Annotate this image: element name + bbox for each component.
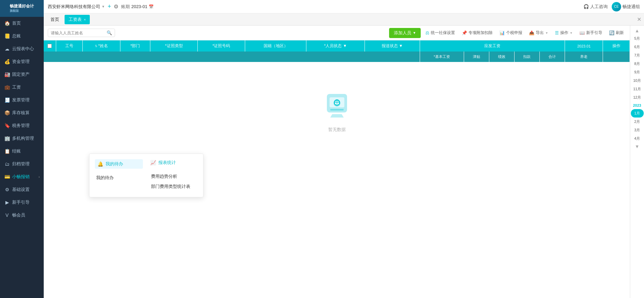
sub-header-spacer xyxy=(44,52,420,62)
export-button[interactable]: 📤 导出 ▼ xyxy=(527,29,550,37)
special-deduct-button[interactable]: 📌 专项附加扣除 xyxy=(460,29,495,37)
sidebar-item-payroll[interactable]: 💼 工资 xyxy=(0,81,44,94)
operations-button[interactable]: ☰ 操作 ▼ xyxy=(553,29,575,37)
popup-col1-title[interactable]: 🔔 我的待办 xyxy=(95,159,143,169)
svg-marker-5 xyxy=(330,114,344,118)
month-item-curr-2月[interactable]: 2月 xyxy=(631,118,644,126)
col-id-type: *证照类型 xyxy=(150,40,198,52)
popup-col2-title[interactable]: 📈 报表统计 xyxy=(150,159,198,167)
month-item-curr-1月[interactable]: 1月 xyxy=(631,109,644,118)
month-panel-up[interactable]: ▲ xyxy=(634,27,641,34)
export-label: 导出 xyxy=(536,30,544,36)
sidebar-home-label: 首页 xyxy=(12,20,21,26)
popup-menu: 🔔 我的待办 我的待办 📈 报表统计 费用趋势分析部门费用类型统计表 xyxy=(89,154,203,197)
sidebar-item-cloud-report[interactable]: ☁ 云报表中心 xyxy=(0,42,44,55)
month-item-10月[interactable]: 10月 xyxy=(631,76,644,85)
person-status-filter-icon[interactable]: ▼ xyxy=(343,43,347,48)
sidebar-archive-label: 归档管理 xyxy=(12,161,30,167)
period-value: 2023-01 xyxy=(131,4,147,9)
empty-state: 暂无数据 xyxy=(44,62,630,160)
col-checkbox[interactable] xyxy=(44,40,56,52)
period-calendar-icon[interactable]: 📅 xyxy=(149,4,154,9)
month-item-9月[interactable]: 9月 xyxy=(631,68,644,76)
month-item-8月[interactable]: 8月 xyxy=(631,60,644,68)
sidebar-item-basic-settings[interactable]: ⚙ 基础设置 xyxy=(0,183,44,196)
topbar: 西安虾米网络科技有限公司 ▼ + ⚙ 账期 2023-01 📅 🎧 人工咨询 C… xyxy=(44,0,644,13)
add-person-button[interactable]: 添加人员 ▼ xyxy=(389,28,421,38)
content-toolbar: 🔍 添加人员 ▼ ⚖ 统一社保设置 📌 专项附加扣除 📊 个税申报 xyxy=(44,26,630,40)
tab-wage[interactable]: 工资表 × xyxy=(65,15,90,24)
popup-item-pending[interactable]: 我的待办 xyxy=(95,173,143,183)
sidebar-item-inventory[interactable]: 📦 库存核算 xyxy=(0,106,44,119)
sidebar-item-home[interactable]: 🏠 首页 xyxy=(0,17,44,30)
add-person-label: 添加人员 xyxy=(394,30,411,36)
popup-col1-label: 我的待办 xyxy=(106,161,123,167)
month-item-6月[interactable]: 6月 xyxy=(631,43,644,51)
topbar-left: 西安虾米网络科技有限公司 ▼ + ⚙ 账期 2023-01 📅 xyxy=(48,3,154,10)
company-selector[interactable]: 西安虾米网络科技有限公司 ▼ xyxy=(48,4,105,10)
month-item-curr-4月[interactable]: 4月 xyxy=(631,134,644,143)
sidebar-item-closing[interactable]: 📋 结账 xyxy=(0,145,44,158)
sidebar-item-multi-org[interactable]: 🏢 多机构管理 xyxy=(0,132,44,145)
add-company-button[interactable]: + xyxy=(108,3,111,10)
search-input[interactable] xyxy=(51,31,105,35)
search-box[interactable]: 🔍 xyxy=(48,29,115,37)
sidebar: 畅捷通好会计 旗舰版 🏠 首页 📒 总账 ☁ 云报表中心 💰 资金管理 🏭 固定… xyxy=(0,0,44,298)
refresh-label: 刷新 xyxy=(616,30,624,36)
tab-home[interactable]: 首页 xyxy=(46,15,63,24)
sidebar-inventory-label: 库存核算 xyxy=(12,110,30,116)
tab-wage-close[interactable]: × xyxy=(84,18,86,22)
sidebar-item-vip[interactable]: V 畅会员 xyxy=(0,209,44,222)
social-insurance-label: 统一社保设置 xyxy=(431,30,455,36)
sidebar-item-tax[interactable]: 🔖 税务管理 xyxy=(0,119,44,132)
sidebar-closing-label: 结账 xyxy=(12,148,21,154)
select-all-checkbox[interactable] xyxy=(47,44,52,48)
sidebar-inventory-icon: 📦 xyxy=(4,110,10,116)
support-button[interactable]: 🎧 人工咨询 xyxy=(583,4,608,10)
special-deduct-label: 专项附加扣除 xyxy=(468,30,493,36)
month-item-12月[interactable]: 12月 xyxy=(631,93,644,102)
month-panel-down[interactable]: ▼ xyxy=(634,143,641,150)
sidebar-vip-label: 畅会员 xyxy=(12,212,25,218)
month-item-11月[interactable]: 11月 xyxy=(631,85,644,93)
user-name: 畅捷通组 xyxy=(622,4,640,10)
col-id-number: *证照号码 xyxy=(198,40,245,52)
svg-rect-4 xyxy=(330,109,344,110)
popup-item-report-0[interactable]: 费用趋势分析 xyxy=(150,171,198,181)
sidebar-item-ledger[interactable]: 📒 总账 xyxy=(0,30,44,42)
refresh-icon: 🔄 xyxy=(609,30,614,35)
month-item-5月[interactable]: 5月 xyxy=(631,34,644,43)
search-icon: 🔍 xyxy=(107,30,112,35)
sidebar-cloud-report-icon: ☁ xyxy=(4,46,10,52)
tab-close-all[interactable]: ✕ xyxy=(637,16,641,23)
sidebar-item-guide[interactable]: ▶ 新手引导 xyxy=(0,196,44,209)
company-dropdown-arrow: ▼ xyxy=(102,5,105,8)
sidebar-invoice-label: 发票管理 xyxy=(12,97,30,103)
settings-icon[interactable]: ⚙ xyxy=(114,3,118,10)
guide-button[interactable]: 📖 新手引导 xyxy=(577,29,604,37)
sidebar-item-fund[interactable]: 💰 资金管理 xyxy=(0,55,44,68)
topbar-right: 🎧 人工咨询 CE 畅捷通组 xyxy=(583,2,640,11)
period-display: 账期 2023-01 📅 xyxy=(121,4,154,10)
sidebar-item-fixed-assets[interactable]: 🏭 固定资产 xyxy=(0,68,44,81)
popup-col2: 📈 报表统计 费用趋势分析部门费用类型统计表 xyxy=(150,159,198,192)
col-period: 2023.01 xyxy=(565,40,603,52)
month-item-7月[interactable]: 7月 xyxy=(631,51,644,60)
main-area: 西安虾米网络科技有限公司 ▼ + ⚙ 账期 2023-01 📅 🎧 人工咨询 C… xyxy=(44,0,644,298)
sidebar-item-xiaochang[interactable]: 💳 小畅报销 › xyxy=(0,170,44,183)
month-panel: ▲ 5月6月7月8月9月10月11月12月20231月2月3月4月 ▼ xyxy=(630,26,644,298)
refresh-button[interactable]: 🔄 刷新 xyxy=(607,29,626,37)
sidebar-archive-icon: 🗂 xyxy=(4,161,10,167)
company-name: 西安虾米网络科技有限公司 xyxy=(48,4,100,10)
sidebar-item-invoice[interactable]: 🧾 发票管理 xyxy=(0,94,44,106)
month-item-curr-3月[interactable]: 3月 xyxy=(631,126,644,134)
sidebar-ledger-icon: 📒 xyxy=(4,33,10,39)
popup-item-report-1[interactable]: 部门费用类型统计表 xyxy=(150,181,198,192)
col-person-status: *人员状态 ▼ xyxy=(306,40,365,52)
sidebar-closing-icon: 📋 xyxy=(4,148,10,154)
user-profile[interactable]: CE 畅捷通组 xyxy=(612,2,640,11)
personal-tax-button[interactable]: 📊 个税申报 xyxy=(497,29,524,37)
report-status-filter-icon[interactable]: ▼ xyxy=(399,43,403,48)
social-insurance-button[interactable]: ⚖ 统一社保设置 xyxy=(423,29,457,37)
sidebar-item-archive[interactable]: 🗂 归档管理 xyxy=(0,158,44,170)
